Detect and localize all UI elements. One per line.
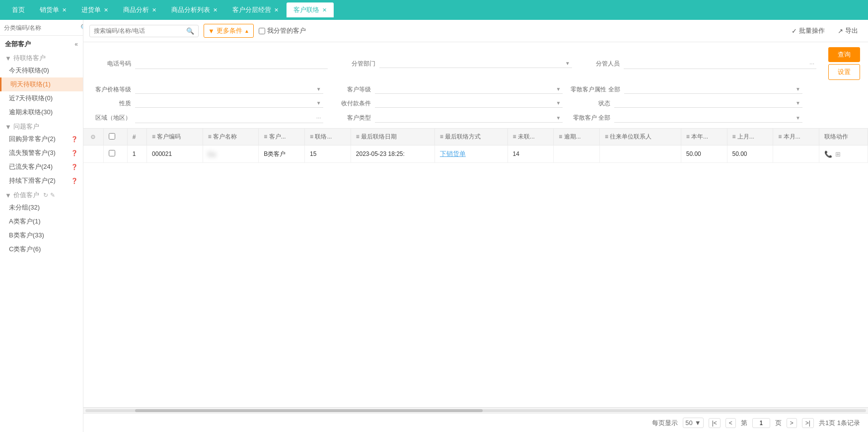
- chevron-payment: ▼: [556, 100, 561, 106]
- filter-person-dots[interactable]: ···: [809, 60, 814, 67]
- my-customers-checkbox[interactable]: 我分管的客户: [259, 26, 306, 35]
- export-btn[interactable]: ↗ 导出: [834, 24, 862, 37]
- filter-person: 分管人员 ···: [580, 59, 816, 69]
- filter-nature: 性质 ▼: [91, 99, 323, 108]
- filter-row-4: 区域（地区） ··· 客户类型 ▼ 零散客户 全部 ▼: [91, 113, 860, 123]
- sidebar-item-overdue[interactable]: 逾期未联络(30): [0, 105, 83, 119]
- toolbar-search-icon[interactable]: 🔍: [186, 27, 194, 35]
- page-first-btn[interactable]: |<: [709, 418, 721, 428]
- page-input[interactable]: [752, 418, 770, 428]
- nav-item-analysis-list[interactable]: 商品分析列表 ✕: [164, 2, 224, 17]
- nav-close-analysis-list[interactable]: ✕: [213, 7, 217, 13]
- col-code: ≡ 客户编码: [147, 129, 203, 145]
- filter-nature-select[interactable]: ▼: [135, 99, 323, 108]
- sidebar-item-b-class[interactable]: B类客户(33): [0, 228, 83, 242]
- nav-item-analysis[interactable]: 商品分析 ✕: [116, 2, 163, 17]
- row-last-date: 2023-05-23 18:25:: [351, 145, 434, 163]
- filter-status-select[interactable]: ▼: [614, 99, 802, 108]
- sidebar-item-repurchase[interactable]: 回购异常客户(2) ❓: [0, 132, 83, 146]
- filter-phone-input[interactable]: [135, 59, 328, 69]
- row-checkbox-cell: [103, 145, 127, 163]
- sidebar-group-problem[interactable]: ▼ 问题客户: [0, 119, 83, 132]
- filter-level-select[interactable]: ▼: [375, 85, 563, 94]
- col-this-month: ≡ 本月...: [773, 129, 819, 145]
- filter-retail-attr: 零散客户属性 全部 ▼: [571, 85, 802, 94]
- nav-item-customer-contact[interactable]: 客户联络 ✕: [287, 2, 334, 17]
- sidebar-item-lostwarning[interactable]: 流失预警客户(3) ❓: [0, 146, 83, 160]
- sidebar-item-c-class[interactable]: C类客户(6): [0, 242, 83, 256]
- filter-status: 状态 ▼: [571, 99, 802, 108]
- filter-dept-select[interactable]: ▼: [379, 59, 572, 68]
- row-this-month: [773, 145, 819, 163]
- col-settings[interactable]: ⚙: [83, 129, 103, 145]
- page-size-select[interactable]: 50 ▼: [683, 418, 703, 428]
- page-next-btn[interactable]: >: [787, 418, 797, 428]
- nav-item-sales[interactable]: 销货单 ✕: [33, 2, 73, 17]
- total-records: 共1页 1条记录: [819, 419, 860, 428]
- sidebar-item-ungrouped[interactable]: 未分组(32): [0, 201, 83, 215]
- help-icon-lostwarning: ❓: [71, 150, 78, 156]
- nav-item-purchase[interactable]: 进货单 ✕: [74, 2, 115, 17]
- sidebar-group-pending[interactable]: ▼ 待联络客户: [0, 51, 83, 64]
- page-prev-btn[interactable]: <: [725, 418, 736, 428]
- nav-close-purchase[interactable]: ✕: [104, 7, 108, 13]
- chevron-level: ▼: [556, 86, 561, 92]
- chevron-status: ▼: [796, 100, 800, 106]
- customer-table: ⚙ # ≡ 客户编码 ≡ 客户名称 ≡ 客户... ≡ 联络... ≡ 最后联络…: [83, 129, 868, 163]
- nav-home[interactable]: 首页: [5, 2, 32, 17]
- nav-item-customer-layer[interactable]: 客户分层经营 ✕: [225, 2, 286, 17]
- filter-payment: 收付款条件 ▼: [331, 99, 563, 108]
- select-all-checkbox[interactable]: [109, 133, 115, 140]
- chevron-price: ▼: [316, 86, 321, 92]
- filter-region-dots[interactable]: ···: [316, 114, 321, 121]
- sidebar-item-declining[interactable]: 持续下滑客户(2) ❓: [0, 174, 83, 188]
- sidebar-search-input[interactable]: [4, 24, 78, 31]
- filter-more-btn[interactable]: ▼ 更多条件 ▲: [204, 24, 254, 38]
- row-overdue: [554, 145, 600, 163]
- sidebar-group-problem-arrow: ▼: [5, 123, 11, 131]
- filter-price-select[interactable]: ▼: [135, 85, 323, 94]
- chevron-nature: ▼: [316, 100, 321, 106]
- sidebar-item-lost[interactable]: 已流失客户(24) ❓: [0, 160, 83, 174]
- row-type: B类客户: [259, 145, 305, 163]
- refresh-icon[interactable]: ↻: [43, 192, 48, 199]
- filter-type-select[interactable]: ▼: [375, 114, 563, 123]
- sidebar-item-a-class[interactable]: A类客户(1): [0, 215, 83, 228]
- last-way-link[interactable]: 下销货单: [440, 150, 466, 157]
- nav-close-analysis[interactable]: ✕: [152, 7, 156, 13]
- sidebar-item-7days[interactable]: 近7天待联络(0): [0, 91, 83, 105]
- horizontal-scrollbar[interactable]: [83, 407, 868, 413]
- export-icon: ↗: [838, 27, 843, 35]
- action-grid-icon[interactable]: ⊞: [835, 150, 841, 158]
- sidebar-collapse-icon[interactable]: «: [74, 41, 78, 48]
- sidebar: 🔍 全部客户 « ▼ 待联络客户 今天待联络(0) 明天待联络(1) 近7天待联…: [0, 20, 83, 432]
- nav-close-customer-contact[interactable]: ✕: [322, 7, 327, 13]
- sidebar-all-customers[interactable]: 全部客户 «: [0, 36, 83, 51]
- nav-close-customer-layer[interactable]: ✕: [274, 7, 279, 13]
- my-customers-check[interactable]: [259, 28, 265, 34]
- action-phone-icon[interactable]: 📞: [824, 150, 832, 158]
- settings-btn[interactable]: 设置: [828, 64, 860, 80]
- edit-icon[interactable]: ✎: [50, 192, 55, 199]
- row-checkbox[interactable]: [109, 150, 115, 156]
- toolbar-search-input[interactable]: [94, 27, 184, 34]
- scrollbar-thumb[interactable]: [135, 409, 483, 412]
- filter-retail-select[interactable]: ▼: [624, 85, 802, 94]
- filter-icon: ▼: [208, 27, 215, 35]
- sidebar-item-today[interactable]: 今天待联络(0): [0, 64, 83, 77]
- col-overdue: ≡ 逾期...: [554, 129, 600, 145]
- sidebar-item-tomorrow[interactable]: 明天待联络(1): [0, 77, 83, 91]
- page-last-btn[interactable]: >|: [802, 418, 814, 428]
- batch-ops-btn[interactable]: ✓ 批量操作: [788, 24, 829, 37]
- filter-payment-select[interactable]: ▼: [375, 99, 563, 108]
- col-last-month: ≡ 上月...: [727, 129, 773, 145]
- col-no: #: [127, 129, 146, 145]
- nav-close-sales[interactable]: ✕: [62, 7, 67, 13]
- scrollbar-track: [85, 409, 866, 412]
- filter-retail-cust-select[interactable]: ▼: [614, 114, 802, 123]
- query-btn[interactable]: 查询: [828, 47, 860, 62]
- chevron-retail: ▼: [796, 86, 800, 92]
- filter-customer-type: 客户类型 ▼: [331, 114, 563, 123]
- sidebar-group-value[interactable]: ▼ 价值客户 ↻ ✎: [0, 188, 83, 201]
- col-type: ≡ 客户...: [259, 129, 305, 145]
